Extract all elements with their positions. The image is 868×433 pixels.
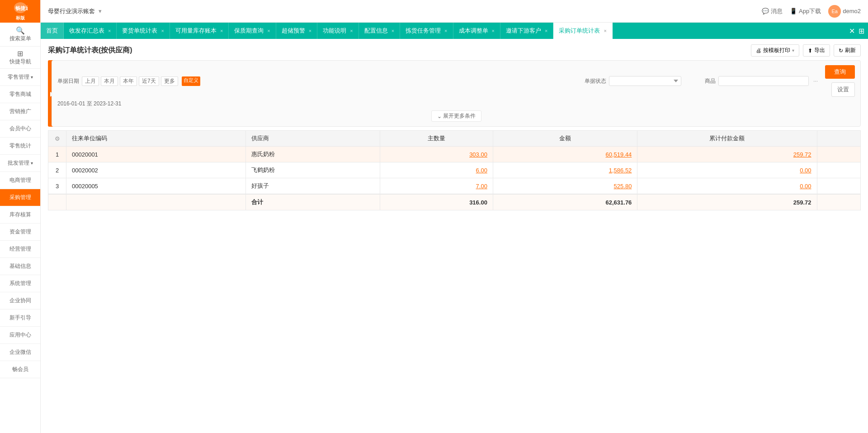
row-3-extra xyxy=(817,178,860,195)
table-settings-icon[interactable]: ⚙ xyxy=(55,135,60,142)
close-icon[interactable]: × xyxy=(309,28,311,33)
tab-home[interactable]: 首页 xyxy=(41,23,64,39)
tab-expiry-query[interactable]: 保质期查询 × xyxy=(229,23,276,39)
row-1-qty[interactable]: 303.00 xyxy=(380,147,493,162)
close-icon[interactable]: × xyxy=(545,28,547,33)
sidebar-item-enterprise-collab[interactable]: 企业协同 xyxy=(0,292,40,309)
sidebar-item-system[interactable]: 系统管理 xyxy=(0,275,40,292)
close-icon[interactable]: × xyxy=(161,28,164,33)
avatar: Ea xyxy=(828,5,841,18)
shortcut-7-days[interactable]: 近7天 xyxy=(139,76,159,86)
sidebar-item-search[interactable]: 🔍 搜索菜单 xyxy=(0,23,40,47)
sidebar-item-retail-stats[interactable]: 零售统计 xyxy=(0,138,40,155)
print-button[interactable]: 🖨 按模板打印 ▾ xyxy=(751,44,799,57)
tab-func-desc[interactable]: 功能说明 × xyxy=(317,23,359,39)
col-amount-header: 金额 xyxy=(493,131,637,147)
sidebar: 畅捷通 标版 🔍 搜索菜单 ⊞ 快捷导航 零售管理 ▾ 零售商城 营销推广 会员… xyxy=(0,0,41,433)
chevron-down-icon2: ▾ xyxy=(31,161,33,166)
close-icon[interactable]: × xyxy=(444,28,447,33)
col-settings-header: ⚙ xyxy=(48,131,66,147)
table-row: 1 00020001 惠氏奶粉 303.00 60,519.44 259.72 xyxy=(48,147,861,162)
sidebar-item-vip[interactable]: 畅会员 xyxy=(0,361,40,378)
query-buttons: 查询 设置 xyxy=(825,65,855,97)
tab-overstock-warn[interactable]: 超储预警 × xyxy=(276,23,317,39)
close-icon[interactable]: × xyxy=(492,28,495,33)
topbar-dropdown-icon[interactable]: ▾ xyxy=(99,8,102,14)
tab-maximize-button[interactable]: ⊞ xyxy=(859,27,864,35)
row-2-amount[interactable]: 1,586.52 xyxy=(493,162,637,178)
tab-pick-task[interactable]: 拣货任务管理 × xyxy=(400,23,453,39)
footer-paid: 259.72 xyxy=(637,194,817,210)
tab-cost-adjust[interactable]: 成本调整单 × xyxy=(453,23,500,39)
sidebar-item-app-center[interactable]: 应用中心 xyxy=(0,327,40,344)
col-extra-header xyxy=(817,131,860,147)
user-info[interactable]: Ea demo2 xyxy=(828,5,861,18)
sidebar-item-purchase[interactable]: 采购管理 xyxy=(0,189,40,206)
row-3-amount[interactable]: 525.80 xyxy=(493,178,637,195)
close-icon-active[interactable]: × xyxy=(604,28,606,33)
tab-invite-downstream[interactable]: 邀请下游客户 × xyxy=(500,23,553,39)
tab-config-info[interactable]: 配置信息 × xyxy=(359,23,400,39)
page-actions: 🖨 按模板打印 ▾ ⬆ 导出 ↻ 刷新 xyxy=(751,44,861,57)
page-title: 采购订单统计表(按供应商) xyxy=(48,46,132,55)
tab-close-button[interactable]: ✕ xyxy=(849,27,855,35)
row-1-amount[interactable]: 60,519.44 xyxy=(493,147,637,162)
product-input[interactable] xyxy=(718,76,809,86)
shortcut-this-year[interactable]: 本年 xyxy=(120,76,137,86)
close-icon[interactable]: × xyxy=(108,28,111,33)
shortcut-this-month[interactable]: 本月 xyxy=(101,76,118,86)
topbar-title: 母婴行业演示账套 xyxy=(48,7,95,15)
row-1-paid[interactable]: 259.72 xyxy=(637,147,817,162)
row-1-index: 1 xyxy=(48,147,66,162)
filter-section: ▶ 单据日期 上月 本月 本年 近7天 更多 自定义 xyxy=(48,60,861,127)
message-button[interactable]: 💬 消息 xyxy=(762,7,783,15)
expand-more-button[interactable]: ⌄ 展开更多条件 xyxy=(431,110,481,122)
sidebar-item-inventory[interactable]: 库存核算 xyxy=(0,206,40,224)
sidebar-item-wholesale[interactable]: 批发管理 ▾ xyxy=(0,155,40,172)
sidebar-quicknav-label: 快捷导航 xyxy=(0,58,40,66)
shortcut-last-month[interactable]: 上月 xyxy=(82,76,99,86)
sidebar-item-enterprise-wechat[interactable]: 企业微信 xyxy=(0,344,40,361)
close-icon[interactable]: × xyxy=(220,28,223,33)
date-filter-label: 单据日期 xyxy=(57,77,79,85)
shortcut-more[interactable]: 更多 xyxy=(161,76,178,86)
query-button[interactable]: 查询 xyxy=(825,65,855,79)
sidebar-item-finance[interactable]: 资金管理 xyxy=(0,224,40,241)
close-icon[interactable]: × xyxy=(392,28,394,33)
refresh-button[interactable]: ↻ 刷新 xyxy=(834,44,861,57)
status-select[interactable] xyxy=(609,76,681,86)
sidebar-item-retail-mall[interactable]: 零售商城 xyxy=(0,86,40,103)
nav-tabs: 首页 收发存汇总表 × 要货单统计表 × 可用量库存账本 × 保质期查询 × 超… xyxy=(41,23,868,39)
tab-purchase-summary[interactable]: 采购订单统计表 × xyxy=(553,23,612,39)
row-2-paid[interactable]: 0.00 xyxy=(637,162,817,178)
product-more-icon[interactable]: ··· xyxy=(813,78,818,84)
sidebar-marketing-label: 营销推广 xyxy=(0,108,40,115)
sidebar-item-basic-info[interactable]: 基础信息 xyxy=(0,258,40,275)
close-icon[interactable]: × xyxy=(267,28,270,33)
tab-config-info-label: 配置信息 xyxy=(364,27,388,35)
col-paid-header: 累计付款金额 xyxy=(637,131,817,147)
export-button[interactable]: ⬆ 导出 xyxy=(803,44,830,57)
sidebar-item-member[interactable]: 会员中心 xyxy=(0,120,40,138)
sidebar-item-new-guide[interactable]: 新手引导 xyxy=(0,309,40,327)
chevron-down-icon: ▾ xyxy=(31,75,33,80)
tab-inventory-book-label: 可用量库存账本 xyxy=(175,27,217,35)
sidebar-item-retail[interactable]: 零售管理 ▾ xyxy=(0,69,40,86)
sidebar-basic-info-label: 基础信息 xyxy=(0,262,40,270)
sidebar-purchase-label: 采购管理 xyxy=(0,194,40,201)
sidebar-item-quick-nav[interactable]: ⊞ 快捷导航 xyxy=(0,47,40,69)
tab-func-desc-label: 功能说明 xyxy=(323,27,346,35)
sidebar-item-ecommerce[interactable]: 电商管理 xyxy=(0,172,40,189)
sidebar-item-operations[interactable]: 经营管理 xyxy=(0,241,40,258)
close-icon[interactable]: × xyxy=(350,28,353,33)
sidebar-system-label: 系统管理 xyxy=(0,280,40,287)
app-download-button[interactable]: 📱 App下载 xyxy=(790,7,821,15)
tab-inventory-book[interactable]: 可用量库存账本 × xyxy=(170,23,229,39)
tab-collect-pay[interactable]: 收发存汇总表 × xyxy=(64,23,117,39)
row-3-paid[interactable]: 0.00 xyxy=(637,178,817,195)
settings-button[interactable]: 设置 xyxy=(831,82,855,97)
row-3-qty[interactable]: 7.00 xyxy=(380,178,493,195)
row-2-qty[interactable]: 6.00 xyxy=(380,162,493,178)
sidebar-item-marketing[interactable]: 营销推广 xyxy=(0,103,40,120)
tab-goods-summary[interactable]: 要货单统计表 × xyxy=(117,23,170,39)
